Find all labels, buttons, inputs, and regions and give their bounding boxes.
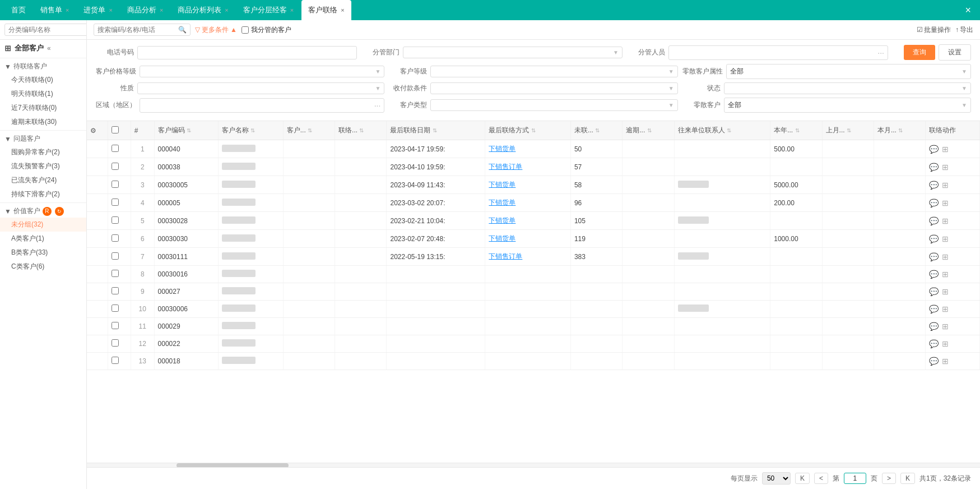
td-checkbox[interactable] [108,140,131,158]
td-checkbox[interactable] [108,194,131,212]
close-analysis-list-icon[interactable]: × [225,7,228,13]
row-checkbox[interactable] [112,357,119,364]
td-last-way[interactable]: 下销货单 [485,176,571,194]
close-customer-layer-icon[interactable]: × [290,7,294,13]
my-customers-checkbox[interactable] [241,26,249,34]
td-last-way[interactable] [485,266,571,283]
filter-search-icon[interactable]: 🔍 [178,26,187,34]
message-icon[interactable]: 💬 [929,305,939,313]
message-icon[interactable]: 💬 [929,181,939,190]
nav-tab-analysis-list[interactable]: 商品分析列表 × [171,0,235,20]
sidebar-waiting-group[interactable]: ▼ 待联络客户 [0,58,86,73]
grid-action-icon[interactable]: ⊞ [942,305,949,313]
td-last-way[interactable] [485,353,571,370]
sidebar-problem-group[interactable]: ▼ 问题客户 [0,130,86,145]
retail-attr-select[interactable]: 全部▼ [726,64,971,79]
td-last-way[interactable]: 下销货单 [485,212,571,230]
sidebar-item-declining[interactable]: 持续下滑客户(2) [0,187,86,201]
grid-action-icon[interactable]: ⊞ [942,234,949,243]
th-unit-contact[interactable]: 往来单位联系人 ⇅ [674,121,770,140]
message-icon[interactable]: 💬 [929,287,939,296]
sidebar-item-overdue[interactable]: 逾期未联络(30) [0,115,86,129]
row-checkbox[interactable] [112,216,119,224]
message-icon[interactable]: 💬 [929,234,939,243]
dept-select[interactable]: ▼ [403,47,623,58]
td-last-way[interactable] [485,335,571,353]
customer-level-select[interactable]: ▼ [430,66,677,77]
th-this-month[interactable]: 本月... ⇅ [874,121,925,140]
current-page-input[interactable] [844,473,866,484]
message-icon[interactable]: 💬 [929,216,939,225]
sidebar-item-class-b[interactable]: B类客户(33) [0,246,86,260]
last-page-button[interactable]: K [900,473,915,484]
grid-action-icon[interactable]: ⊞ [942,216,949,225]
td-last-way[interactable] [485,318,571,335]
sidebar-item-abnormal[interactable]: 囤购异常客户(2) [0,145,86,159]
close-sales-icon[interactable]: × [66,7,69,13]
close-purchase-icon[interactable]: × [109,7,112,13]
filter-search-input[interactable] [97,26,176,34]
td-checkbox[interactable] [108,335,131,353]
th-no-contact[interactable]: 未联... ⇅ [570,121,622,140]
td-last-way[interactable]: 下销售订单 [485,158,571,176]
grid-action-icon[interactable]: ⊞ [942,252,949,261]
th-code[interactable]: 客户编码 ⇅ [154,121,219,140]
page-size-select[interactable]: 50 100 [762,472,791,485]
sidebar-all-customers[interactable]: ⊞ 全部客户 « [0,40,86,57]
row-checkbox[interactable] [112,252,119,260]
area-select[interactable]: ··· [140,98,384,113]
td-last-way[interactable]: 下销售订单 [485,248,571,266]
td-checkbox[interactable] [108,176,131,194]
sidebar-item-class-a[interactable]: A类客户(1) [0,232,86,246]
nav-tab-customer-contact[interactable]: 客户联络 × [301,0,351,20]
phone-input[interactable] [137,46,357,59]
th-this-year[interactable]: 本年... ⇅ [770,121,822,140]
export-button[interactable]: ↑ 导出 [955,25,973,35]
status-select[interactable]: ▼ [724,82,971,94]
row-checkbox[interactable] [112,145,119,152]
nav-tab-sales[interactable]: 销售单 × [34,0,76,20]
query-button[interactable]: 查询 [904,45,935,60]
td-checkbox[interactable] [108,353,131,370]
td-checkbox[interactable] [108,283,131,301]
sidebar-item-tomorrow[interactable]: 明天待联络(1) [0,87,86,101]
retail-customer-select[interactable]: 全部▼ [724,98,971,113]
td-last-way[interactable]: 下销货单 [485,194,571,212]
price-level-select[interactable]: ▼ [140,66,384,77]
nav-tab-customer-layer[interactable]: 客户分层经客 × [236,0,300,20]
grid-action-icon[interactable]: ⊞ [942,339,949,348]
row-checkbox[interactable] [112,287,119,294]
window-close-button[interactable]: × [960,4,976,16]
sidebar-search-input[interactable] [4,24,87,36]
nav-tab-analysis[interactable]: 商品分析 × [120,0,170,20]
th-last-date[interactable]: 最后联络日期 ⇅ [387,121,485,140]
grid-action-icon[interactable]: ⊞ [942,357,949,366]
message-icon[interactable]: 💬 [929,252,939,261]
message-icon[interactable]: 💬 [929,145,939,154]
reset-button[interactable]: 设置 [939,44,971,61]
sidebar-item-unclassified[interactable]: 未分组(32) [0,218,86,232]
row-checkbox[interactable] [112,163,119,170]
sidebar-collapse-icon[interactable]: « [47,44,51,52]
sidebar-item-class-c[interactable]: C类客户(6) [0,260,86,274]
message-icon[interactable]: 💬 [929,339,939,348]
th-last-way[interactable]: 最后联络方式 ⇅ [485,121,571,140]
payment-select[interactable]: ▼ [430,82,677,94]
filter-more-conditions[interactable]: ▽ 更多条件 ▲ [195,25,237,35]
grid-action-icon[interactable]: ⊞ [942,287,949,296]
prev-page-button[interactable]: < [814,473,828,484]
message-icon[interactable]: 💬 [929,163,939,172]
message-icon[interactable]: 💬 [929,357,939,366]
message-icon[interactable]: 💬 [929,322,939,331]
batch-op-button[interactable]: ☑ 批量操作 [917,25,951,35]
my-customers-checkbox-area[interactable]: 我分管的客户 [241,25,291,35]
td-checkbox[interactable] [108,212,131,230]
td-checkbox[interactable] [108,266,131,283]
td-last-way[interactable]: 下销货单 [485,140,571,158]
nature-select[interactable]: ▼ [137,82,384,94]
td-checkbox[interactable] [108,301,131,318]
grid-action-icon[interactable]: ⊞ [942,145,949,154]
sidebar-item-today[interactable]: 今天待联络(0) [0,73,86,87]
th-settings[interactable]: ⚙ [87,121,108,140]
th-contact[interactable]: 联络... ⇅ [335,121,387,140]
